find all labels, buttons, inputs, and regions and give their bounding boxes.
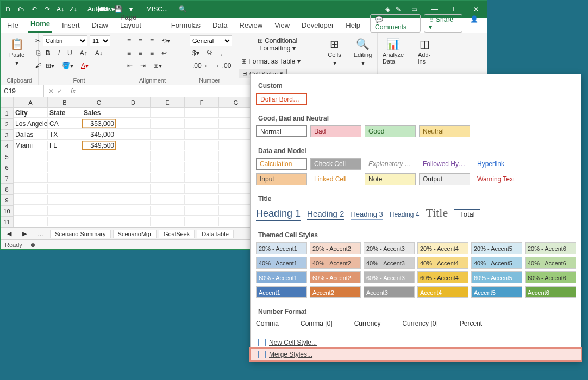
column-header[interactable]: F bbox=[185, 97, 219, 108]
themed-style-chip[interactable]: 60% - Accent3 bbox=[364, 271, 415, 283]
cell[interactable] bbox=[185, 206, 219, 216]
cell[interactable] bbox=[151, 130, 185, 140]
cell[interactable] bbox=[14, 162, 48, 172]
cell[interactable] bbox=[185, 130, 219, 140]
cell[interactable] bbox=[14, 206, 48, 216]
align-bottom-icon[interactable]: ≡ bbox=[147, 35, 157, 46]
cell[interactable] bbox=[185, 141, 219, 150]
bold-button[interactable]: B bbox=[43, 48, 53, 59]
style-comma[interactable]: Comma bbox=[256, 319, 279, 328]
tab-file[interactable]: File bbox=[5, 19, 21, 33]
tab-insert[interactable]: Insert bbox=[60, 19, 82, 33]
grow-font-icon[interactable]: A↑ bbox=[77, 48, 90, 59]
tab-page-layout[interactable]: Page Layout bbox=[118, 11, 161, 33]
currency-icon[interactable]: $▾ bbox=[190, 48, 202, 59]
style-neutral[interactable]: Neutral bbox=[419, 125, 470, 137]
cell[interactable] bbox=[185, 119, 219, 129]
cell[interactable] bbox=[185, 217, 219, 226]
style-warning-text[interactable]: Warning Text bbox=[473, 173, 524, 185]
more-sheets-icon[interactable]: … bbox=[33, 230, 48, 238]
row-header[interactable]: 5 bbox=[1, 151, 14, 162]
cell[interactable] bbox=[116, 173, 151, 183]
tab-formulas[interactable]: Formulas bbox=[169, 19, 203, 33]
close-icon[interactable]: ✕ bbox=[468, 5, 484, 13]
minimize-icon[interactable]: — bbox=[427, 5, 442, 13]
themed-style-chip[interactable]: 40% - Accent6 bbox=[525, 257, 576, 269]
style-heading2[interactable]: Heading 2 bbox=[307, 209, 344, 220]
style-currency[interactable]: Currency bbox=[354, 319, 381, 328]
cell[interactable] bbox=[116, 141, 151, 150]
cell[interactable] bbox=[48, 173, 82, 183]
themed-style-chip[interactable]: 40% - Accent5 bbox=[471, 257, 522, 269]
cell[interactable] bbox=[82, 195, 116, 205]
tab-draw[interactable]: Draw bbox=[90, 19, 110, 33]
cell[interactable] bbox=[48, 217, 82, 226]
format-as-table-button[interactable]: ⊞ Format as Table ▾ bbox=[239, 56, 303, 67]
cell[interactable] bbox=[185, 162, 219, 172]
cell[interactable]: Dallas bbox=[14, 130, 48, 140]
style-heading1[interactable]: Heading 1 bbox=[256, 208, 301, 221]
tab-view[interactable]: View bbox=[272, 19, 292, 33]
cell[interactable] bbox=[151, 173, 185, 183]
row-header[interactable]: 3 bbox=[1, 130, 14, 141]
comments-button[interactable]: 💬 Comments bbox=[370, 14, 421, 33]
style-linked-cell[interactable]: Linked Cell bbox=[310, 173, 361, 185]
themed-style-chip[interactable]: 20% - Accent2 bbox=[310, 242, 361, 254]
cell[interactable] bbox=[151, 108, 185, 118]
font-color-icon[interactable]: A▾ bbox=[78, 60, 91, 71]
conditional-formatting-button[interactable]: ⊞ Conditional Formatting ▾ bbox=[239, 35, 316, 54]
themed-style-chip[interactable]: 20% - Accent3 bbox=[364, 242, 415, 254]
decrease-decimal-icon[interactable]: ←.00 bbox=[213, 60, 234, 71]
cell[interactable] bbox=[151, 184, 185, 194]
cell[interactable]: FL bbox=[48, 141, 82, 150]
cell[interactable] bbox=[185, 184, 219, 194]
new-file-icon[interactable]: 🗋 bbox=[4, 5, 12, 13]
sort-desc-icon[interactable]: Z↓ bbox=[69, 5, 78, 13]
decrease-indent-icon[interactable]: ⇤ bbox=[124, 60, 135, 71]
themed-style-chip[interactable]: Accent3 bbox=[364, 286, 415, 298]
cell[interactable] bbox=[14, 217, 48, 226]
cell[interactable] bbox=[14, 151, 48, 161]
style-heading4[interactable]: Heading 4 bbox=[390, 211, 420, 218]
themed-style-chip[interactable]: 40% - Accent4 bbox=[417, 257, 468, 269]
redo-icon[interactable]: ↷ bbox=[43, 5, 52, 13]
cell[interactable] bbox=[82, 217, 116, 226]
tab-help[interactable]: Help bbox=[343, 19, 362, 33]
cell[interactable]: Miami bbox=[14, 141, 48, 150]
paste-button[interactable]: 📋 Paste ▾ bbox=[5, 35, 29, 76]
row-header[interactable]: 2 bbox=[1, 119, 14, 130]
shrink-font-icon[interactable]: A↓ bbox=[92, 48, 105, 59]
themed-style-chip[interactable]: Accent6 bbox=[525, 286, 576, 298]
cell[interactable] bbox=[14, 184, 48, 194]
italic-button[interactable]: I bbox=[55, 48, 62, 59]
cell[interactable] bbox=[219, 119, 253, 129]
cell[interactable] bbox=[219, 184, 253, 194]
themed-style-chip[interactable]: 60% - Accent2 bbox=[310, 271, 361, 283]
column-header[interactable]: A bbox=[14, 97, 48, 108]
sheet-tab[interactable]: GoalSeek bbox=[159, 230, 195, 238]
style-check-cell[interactable]: Check Cell bbox=[310, 158, 361, 170]
cell[interactable] bbox=[219, 162, 253, 172]
number-format-select[interactable]: General bbox=[190, 35, 232, 46]
share-button[interactable]: ⇪ Share ▾ bbox=[424, 14, 462, 33]
cell[interactable] bbox=[151, 217, 185, 226]
cell[interactable] bbox=[116, 119, 151, 129]
font-size-select[interactable]: 11 bbox=[90, 35, 110, 46]
autosave-toggle[interactable]: AutoSave Off bbox=[87, 5, 96, 13]
cell[interactable] bbox=[219, 217, 253, 226]
style-title[interactable]: Title bbox=[426, 206, 448, 220]
row-header[interactable]: 1 bbox=[1, 108, 14, 119]
themed-style-chip[interactable]: 20% - Accent1 bbox=[256, 242, 307, 254]
themed-style-chip[interactable]: Accent4 bbox=[417, 286, 468, 298]
themed-style-chip[interactable]: 60% - Accent4 bbox=[417, 271, 468, 283]
select-all-corner[interactable] bbox=[1, 97, 14, 108]
cell[interactable] bbox=[151, 141, 185, 150]
themed-style-chip[interactable]: 60% - Accent5 bbox=[471, 271, 522, 283]
name-box[interactable]: C19 bbox=[1, 85, 44, 97]
cell[interactable]: TX bbox=[48, 130, 82, 140]
cell[interactable]: State bbox=[48, 108, 82, 118]
themed-style-chip[interactable]: 20% - Accent6 bbox=[525, 242, 576, 254]
cell[interactable]: Sales bbox=[82, 108, 116, 118]
style-output[interactable]: Output bbox=[419, 173, 470, 185]
open-file-icon[interactable]: 🗁 bbox=[17, 5, 26, 13]
